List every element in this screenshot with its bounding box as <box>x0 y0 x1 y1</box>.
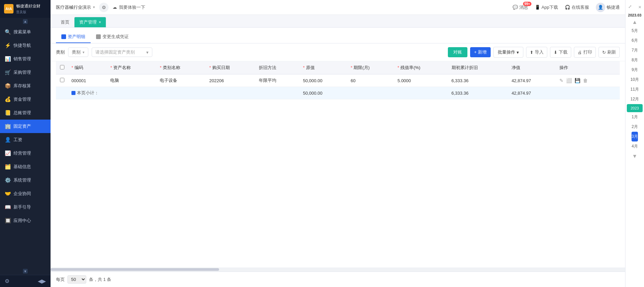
settings-icon[interactable]: ⚙ <box>5 278 9 284</box>
company-selector[interactable]: 医疗器械行业演示 ▾ <box>56 4 95 10</box>
year-badge[interactable]: 2023 <box>627 104 643 112</box>
notifications-button[interactable]: 💬 消息 99+ <box>513 4 528 10</box>
header-code: 编码 <box>68 61 107 74</box>
collapse-icon[interactable]: ◀▶ <box>38 278 46 284</box>
settings-button[interactable]: ⚙ <box>99 3 109 12</box>
batch-button[interactable]: 批量操作 ▾ <box>493 47 523 58</box>
panel-close-icon[interactable]: × <box>638 4 641 10</box>
sidebar-item-app-center[interactable]: 🔲 应用中心 <box>0 214 51 227</box>
row-checkbox[interactable] <box>60 78 64 82</box>
operations-icon: 📈 <box>5 150 11 156</box>
per-page-select[interactable]: 50 100 200 <box>67 275 86 284</box>
sidebar-item-finance[interactable]: 💰 资金管理 <box>0 93 51 106</box>
panel-year-label: 2023.03 <box>625 11 644 19</box>
sidebar-item-system[interactable]: ⚙️ 系统管理 <box>0 173 51 187</box>
header-original-value: 原值 <box>300 61 347 74</box>
month-item-3-active[interactable]: 3月 <box>632 132 638 141</box>
print-button[interactable]: 🖨 打印 <box>574 47 596 58</box>
online-service-label: 在线客服 <box>572 4 589 10</box>
app-download-button[interactable]: 📱 App下载 <box>535 4 558 10</box>
month-item-4[interactable]: 4月 <box>630 141 639 151</box>
right-panel-header: ⤢ × <box>625 3 644 11</box>
save-icon[interactable]: 💾 <box>575 78 580 83</box>
online-service-button[interactable]: 🎧 在线客服 <box>565 4 589 10</box>
avatar: 👤 <box>596 3 605 12</box>
refresh-button[interactable]: ↻ 刷新 <box>599 47 620 58</box>
copy-icon[interactable]: ⬜ <box>566 78 572 83</box>
sidebar-item-purchase[interactable]: 🛒 采购管理 <box>0 66 51 79</box>
duizhang-button[interactable]: 对账 <box>448 47 467 57</box>
subtotal-residual-rate <box>394 87 448 99</box>
tab-change-voucher[interactable]: 变更生成凭证 <box>91 31 134 43</box>
sidebar-item-payroll[interactable]: 👤 工资 <box>0 133 51 147</box>
user-menu[interactable]: 👤 畅捷通 <box>596 3 620 12</box>
month-item-1[interactable]: 1月 <box>630 112 639 122</box>
scroll-down-button[interactable]: ▼ <box>23 269 28 274</box>
category-search-input[interactable]: 请选择固定资产类别 ▾ <box>92 47 152 57</box>
tab-asset-management[interactable]: 资产管理 × <box>74 17 106 27</box>
new-button[interactable]: + 新增 <box>470 47 491 57</box>
select-all-checkbox[interactable] <box>60 65 64 69</box>
panel-expand-icon[interactable]: ⤢ <box>628 4 632 10</box>
sidebar-item-search[interactable]: 🔍 搜索菜单 <box>0 25 51 39</box>
sidebar-item-quicknav[interactable]: ⚡ 快捷导航 <box>0 39 51 52</box>
header-name: 资产名称 <box>107 61 156 74</box>
edit-icon[interactable]: ✎ <box>559 78 563 83</box>
topbar: 医疗器械行业演示 ▾ ⚙ ☁ 我要体验一下 💬 消息 99+ 📱 App下载 🎧… <box>51 0 625 15</box>
import-icon: ⬆ <box>530 50 533 55</box>
scroll-up-area: ▲ <box>0 18 51 25</box>
subtotal-net-value: 42,874.97 <box>508 87 556 99</box>
content-area: 资产明细 变更生成凭证 类别 类别 ▾ 请选择固定资产类别 ▾ 对账 + 新增 <box>51 28 625 287</box>
app-center-icon: 🔲 <box>5 218 11 224</box>
sidebar-item-label: 搜索菜单 <box>13 29 31 35</box>
table-header-row: 编码 资产名称 类别名称 购买日期 折旧方法 原值 期限(月) 残值率(%) 期… <box>56 61 620 74</box>
cell-original-value: 50,000.00 <box>300 74 347 87</box>
tab-close-icon[interactable]: × <box>99 20 101 25</box>
scroll-up-button[interactable]: ▲ <box>23 19 28 24</box>
month-item-11[interactable]: 11月 <box>631 85 639 94</box>
sales-icon: 📊 <box>5 56 11 62</box>
month-item-12[interactable]: 12月 <box>631 94 639 104</box>
month-item-5[interactable]: 5月 <box>631 26 639 36</box>
subtotal-label-cell: 本页小计： <box>68 87 300 99</box>
sidebar-item-ledger[interactable]: 📒 总账管理 <box>0 106 51 120</box>
horizontal-scrollbar[interactable] <box>51 267 625 272</box>
asset-table-wrap: 编码 资产名称 类别名称 购买日期 折旧方法 原值 期限(月) 残值率(%) 期… <box>51 61 625 267</box>
sidebar-item-label: 基础信息 <box>13 164 31 170</box>
category-dropdown[interactable]: 类别 ▾ <box>68 47 88 57</box>
sub-tab-bar: 资产明细 变更生成凭证 <box>51 28 625 43</box>
asset-table: 编码 资产名称 类别名称 购买日期 折旧方法 原值 期限(月) 残值率(%) 期… <box>56 61 620 99</box>
sidebar-item-label: 系统管理 <box>13 177 31 183</box>
panel-up-arrow-icon[interactable]: ▲ <box>632 19 638 25</box>
tab-asset-list[interactable]: 资产明细 <box>56 31 91 43</box>
month-item-2[interactable]: 2月 <box>630 122 639 132</box>
sidebar-item-inventory[interactable]: 📦 库存核算 <box>0 79 51 93</box>
month-item-6[interactable]: 6月 <box>631 36 639 45</box>
sidebar-item-fixed-assets[interactable]: 🏢 固定资产 <box>0 120 51 133</box>
hscroll-thumb[interactable] <box>51 268 219 271</box>
delete-icon[interactable]: 🗑 <box>583 78 588 83</box>
input-chevron-icon: ▾ <box>146 50 149 55</box>
sidebar-item-enterprise[interactable]: 🤝 企业协同 <box>0 187 51 200</box>
cell-accumulated-depreciation: 6,333.36 <box>448 74 508 87</box>
subtotal-period <box>347 87 394 99</box>
month-item-10[interactable]: 10月 <box>631 75 639 85</box>
sidebar-item-label: 销售管理 <box>13 56 31 62</box>
panel-down-arrow-icon[interactable]: ▼ <box>632 153 638 159</box>
sidebar-item-operations[interactable]: 📈 经营管理 <box>0 147 51 160</box>
month-item-9[interactable]: 9月 <box>631 65 639 75</box>
sidebar-item-sales[interactable]: 📊 销售管理 <box>0 52 51 66</box>
subtotal-original-value: 50,000.00 <box>300 87 347 99</box>
experience-button[interactable]: ☁ 我要体验一下 <box>113 4 145 10</box>
sidebar-item-guide[interactable]: 📖 新手引导 <box>0 200 51 214</box>
sidebar-item-basic-info[interactable]: 🗂️ 基础信息 <box>0 160 51 173</box>
cell-residual-rate: 5.0000 <box>394 74 448 87</box>
month-item-8[interactable]: 8月 <box>631 55 639 65</box>
month-item-7[interactable]: 7月 <box>631 45 639 55</box>
search-icon: 🔍 <box>5 29 11 35</box>
import-button[interactable]: ⬆ 导入 <box>526 47 547 58</box>
tab-bar: 首页 资产管理 × <box>51 15 625 28</box>
tab-home[interactable]: 首页 <box>56 17 74 27</box>
download-button[interactable]: ⬇ 下载 <box>550 47 571 58</box>
sidebar-item-label: 资金管理 <box>13 96 31 102</box>
